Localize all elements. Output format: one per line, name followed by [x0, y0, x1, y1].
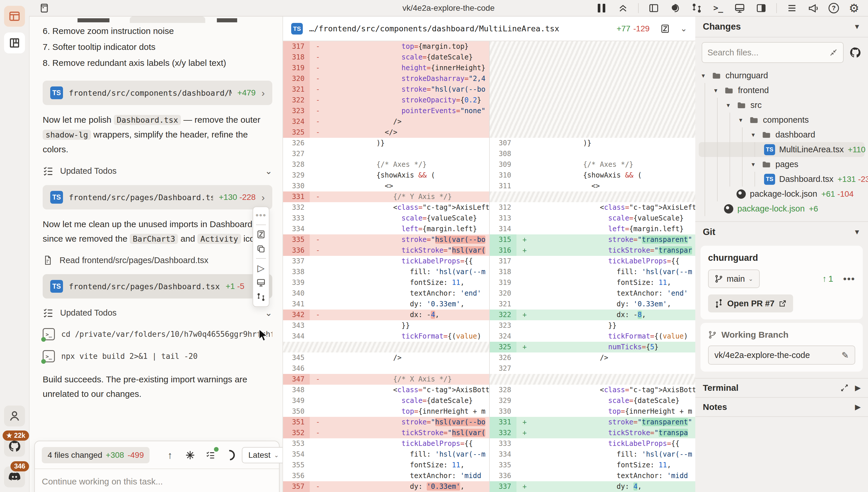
- pause-icon[interactable]: [595, 2, 608, 15]
- diff-row[interactable]: 355 fontSize: 11,335 fontSize: 11,: [283, 460, 695, 470]
- git-section-header[interactable]: Git ▼: [695, 222, 868, 242]
- git-compare-icon[interactable]: [690, 2, 703, 15]
- message-input[interactable]: Continue working on this task...: [42, 476, 272, 487]
- diff-row[interactable]: 351- stroke="hsl(var(--bo331+ stroke="tr…: [283, 417, 695, 427]
- panel-right-filled-icon[interactable]: [755, 2, 768, 15]
- diff-view-icon[interactable]: [660, 24, 670, 34]
- tree-expand-caret[interactable]: ▾: [702, 72, 711, 79]
- diff-row[interactable]: 329 {showAxis && (310 {showAxis && (: [283, 170, 695, 181]
- tree-item-churnguard[interactable]: ▾churnguard: [699, 68, 865, 83]
- tree-item-package-lock.json[interactable]: package-lock.json+6: [699, 201, 865, 216]
- open-pr-button[interactable]: Open PR #7: [708, 294, 793, 313]
- help-icon[interactable]: ?: [828, 3, 839, 13]
- tree-expand-caret[interactable]: ▾: [752, 131, 761, 139]
- diff-rows[interactable]: 317- top={margin.top}318- scale={dateSca…: [283, 41, 695, 492]
- tree-expand-caret[interactable]: ▾: [739, 116, 749, 124]
- changes-section-header[interactable]: Changes ▼: [695, 17, 868, 37]
- diff-row[interactable]: 347- {/* X Axis */}: [283, 374, 695, 385]
- tree-item-frontend[interactable]: ▾frontend: [699, 83, 865, 98]
- diff-row[interactable]: 348 <class="c-tag">AxisBottom328 <class=…: [283, 385, 695, 395]
- diff-row[interactable]: 323- pointerEvents="none": [283, 105, 695, 116]
- diff-row[interactable]: 342- dx: -4,322+ dx: -8,: [283, 310, 695, 320]
- diff-row[interactable]: 345 />326 />: [283, 352, 695, 363]
- diff-row[interactable]: 341 dy: '0.33em',321 dy: '0.33em',: [283, 299, 695, 310]
- diff-stamp-icon[interactable]: [256, 229, 266, 240]
- tree-item-package-lock.json[interactable]: package-lock.json+61 -104: [699, 187, 865, 201]
- terminal-command-item[interactable]: >_ cd /private/var/folders/10/h7w0q46556…: [43, 328, 272, 340]
- diff-row[interactable]: 340 textAnchor: 'end'320 textAnchor: 'en…: [283, 288, 695, 299]
- diff-row[interactable]: 335- stroke="hsl(var(--bo315+ stroke="tr…: [283, 235, 695, 245]
- diff-row[interactable]: 330 <>311 <>: [283, 181, 695, 192]
- diff-row[interactable]: 322- strokeOpacity={0.2}: [283, 95, 695, 105]
- play-icon[interactable]: ▷: [256, 263, 266, 273]
- diff-row[interactable]: 346327: [283, 363, 695, 374]
- diff-row[interactable]: 318- scale={dateScale}: [283, 52, 695, 63]
- section-collapse-caret[interactable]: ▼: [853, 228, 861, 236]
- updated-todos-toggle[interactable]: Updated Todos ⌄: [43, 165, 272, 176]
- diff-row[interactable]: 338 fill: 'hsl(var(--m318 fill: 'hsl(var…: [283, 267, 695, 277]
- read-file-item[interactable]: Read frontend/src/pages/Dashboard.tsx: [43, 255, 272, 266]
- diff-row[interactable]: 337 tickLabelProps={{317 tickLabelProps=…: [283, 256, 695, 267]
- diff-row[interactable]: 333 scale={valueScale}313 scale={valueSc…: [283, 213, 695, 224]
- tree-expand-caret[interactable]: ▾: [727, 101, 736, 109]
- terminal-section-header[interactable]: Terminal ▶: [695, 378, 868, 397]
- diff-row[interactable]: 321- stroke="hsl(var(--bo: [283, 84, 695, 95]
- diff-row[interactable]: 349 scale={dateScale}329 scale={dateScal…: [283, 395, 695, 406]
- diff-row[interactable]: 334 left={margin.left}314 left={margin.l…: [283, 224, 695, 235]
- diff-row[interactable]: 344 tickFormat={(value)324 tickFormat={(…: [283, 331, 695, 342]
- latest-dropdown[interactable]: Latest⌄: [242, 447, 283, 463]
- settings-gear-icon[interactable]: ⚙: [848, 2, 861, 15]
- diff-row[interactable]: 357- dy: '0.33em',337+ dy: 4,: [283, 481, 695, 492]
- file-diff-chip[interactable]: TS frontend/src/pages/Dashboard.tsx +130…: [43, 185, 272, 210]
- panel-left-icon[interactable]: [648, 2, 660, 15]
- diff-row[interactable]: 354 fill: 'hsl(var(--m334 fill: 'hsl(var…: [283, 449, 695, 460]
- tree-item-components[interactable]: ▾components: [699, 113, 865, 127]
- collapse-tree-icon[interactable]: [829, 48, 838, 57]
- diff-row[interactable]: 352- tickStroke="hsl(var(332+ tickStroke…: [283, 427, 695, 438]
- files-changed-chip[interactable]: 4 files changed +308 -499: [42, 447, 149, 463]
- diff-row[interactable]: 326 )}307 )}: [283, 138, 695, 149]
- diff-row[interactable]: 325- </>: [283, 127, 695, 138]
- branch-dropdown[interactable]: main⌄: [708, 270, 760, 288]
- diff-row[interactable]: 339 fontSize: 11,319 fontSize: 11,: [283, 277, 695, 288]
- section-collapse-caret[interactable]: ▼: [853, 23, 861, 31]
- edit-pencil-icon[interactable]: ✎: [842, 350, 849, 360]
- contrast-icon[interactable]: [669, 2, 682, 15]
- github-button[interactable]: ★ 22k: [4, 436, 25, 457]
- updated-todos-toggle[interactable]: Updated Todos ⌄: [43, 307, 272, 318]
- diff-row[interactable]: 353 tickLabelProps={{333 tickLabelProps=…: [283, 438, 695, 449]
- working-branch-input[interactable]: vk/4e2a-explore-the-code ✎: [708, 345, 855, 365]
- diff-row[interactable]: 325+ numTicks={5}: [283, 342, 695, 352]
- commits-ahead[interactable]: ↑ 1: [822, 274, 834, 284]
- terminal-icon[interactable]: >_: [712, 2, 725, 15]
- diff-row[interactable]: 328 {/* Axes */}309 {/* Axes */}: [283, 159, 695, 170]
- file-diff-chip[interactable]: TS frontend/src/pages/Dashboard.tsx +1 -…: [43, 274, 272, 298]
- diff-row[interactable]: 336- tickStroke="hsl(var(316+ tickStroke…: [283, 245, 695, 256]
- account-button[interactable]: [4, 405, 25, 426]
- section-expand-caret[interactable]: ▶: [855, 403, 861, 411]
- menu-icon[interactable]: [785, 2, 798, 15]
- tree-item-pages[interactable]: ▾pages: [699, 157, 865, 172]
- diff-row[interactable]: 350 top={innerHeight + m330 top={innerHe…: [283, 406, 695, 417]
- diff-row[interactable]: 331- {/* Y Axis */}: [283, 192, 695, 202]
- discord-button[interactable]: 346: [4, 466, 25, 487]
- layout-view-button[interactable]: [4, 6, 25, 27]
- more-options-icon[interactable]: •••: [843, 273, 855, 285]
- more-options-icon[interactable]: •••: [256, 210, 266, 220]
- terminal-command-item[interactable]: >_ npx vite build 2>&1 | tail -20: [43, 350, 272, 362]
- todos-status-icon[interactable]: [204, 449, 217, 462]
- diff-row[interactable]: 327308: [283, 149, 695, 159]
- file-diff-chip[interactable]: TS frontend/src/components/dashboard/Mul…: [43, 81, 272, 105]
- double-chevron-up-icon[interactable]: [617, 2, 629, 15]
- notes-section-header[interactable]: Notes ▶: [695, 398, 868, 416]
- collapse-chevron-icon[interactable]: ⌄: [680, 24, 687, 33]
- git-compare-icon[interactable]: [256, 292, 266, 302]
- diff-row[interactable]: 324- />: [283, 116, 695, 127]
- diff-row[interactable]: 343 }}323 }}: [283, 320, 695, 331]
- kanban-view-button[interactable]: [4, 32, 25, 53]
- scroll-up-icon[interactable]: ↑: [163, 449, 176, 462]
- monitor-icon[interactable]: [733, 2, 746, 15]
- diff-row[interactable]: 356 textAnchor: 'midd336 textAnchor: 'mi…: [283, 470, 695, 481]
- burst-icon[interactable]: [184, 449, 196, 462]
- copy-icon[interactable]: [256, 244, 266, 254]
